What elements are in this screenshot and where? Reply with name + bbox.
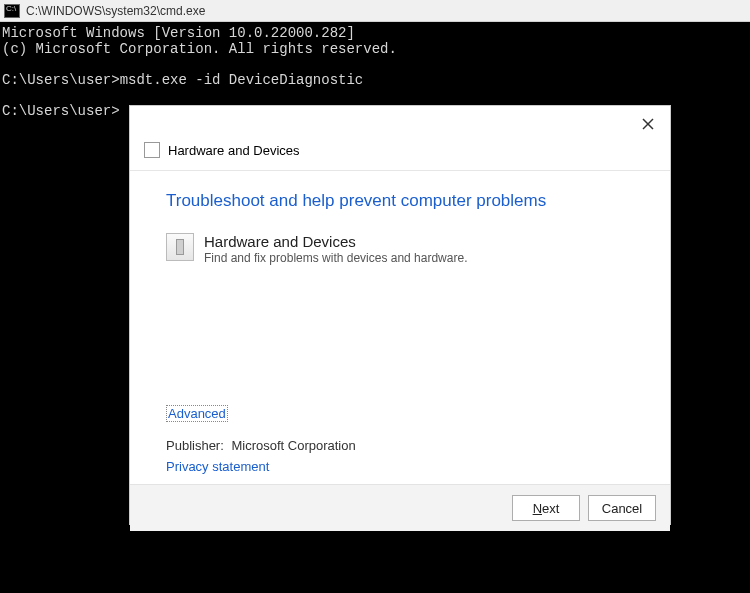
dialog-title-row: Hardware and Devices [130,136,670,171]
privacy-link[interactable]: Privacy statement [166,459,269,474]
cmd-titlebar: C:\ C:\WINDOWS\system32\cmd.exe [0,0,750,22]
cancel-button[interactable]: Cancel [588,495,656,521]
dialog-heading: Troubleshoot and help prevent computer p… [166,191,634,211]
next-underline: N [533,501,542,516]
dialog-body: Troubleshoot and help prevent computer p… [130,171,670,484]
cmd-title: C:\WINDOWS\system32\cmd.exe [26,4,205,18]
dialog-title: Hardware and Devices [168,143,300,158]
close-icon [642,118,654,130]
hardware-icon [144,142,160,158]
term-line1: Microsoft Windows [Version 10.0.22000.28… [2,25,355,41]
dialog-footer: Next Cancel [130,484,670,531]
term-prompt2: C:\Users\user> [2,103,120,119]
next-suffix: ext [542,501,559,516]
term-command1: msdt.exe -id DeviceDiagnostic [120,72,364,88]
option-desc: Find and fix problems with devices and h… [204,251,467,265]
publisher-row: Publisher: Microsoft Corporation [166,438,634,453]
term-prompt1: C:\Users\user> [2,72,120,88]
troubleshooter-dialog: Hardware and Devices Troubleshoot and he… [129,105,671,525]
advanced-link[interactable]: Advanced [166,405,228,422]
publisher-value: Microsoft Corporation [231,438,355,453]
device-icon [166,233,194,261]
publisher-label: Publisher: [166,438,224,453]
term-line2: (c) Microsoft Corporation. All rights re… [2,41,397,57]
option-hardware-devices[interactable]: Hardware and Devices Find and fix proble… [166,233,634,265]
cmd-icon: C:\ [4,4,20,18]
next-button[interactable]: Next [512,495,580,521]
option-title: Hardware and Devices [204,233,467,250]
close-button[interactable] [636,112,660,136]
